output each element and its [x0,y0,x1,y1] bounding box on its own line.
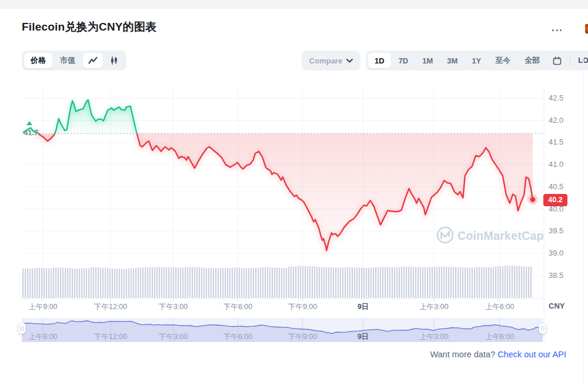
svg-text:CoinMarketCap: CoinMarketCap [457,229,544,242]
minimap-tick-label: 下午6:00 [212,332,265,342]
x-tick-label: 下午12:00 [84,302,137,312]
clipped-edge-icon [585,24,588,33]
open-price-label: 41.7 [24,128,38,137]
minimap-tick-label: 上午3:00 [407,332,460,342]
y-tick-label: 38.5 [549,271,574,280]
panel-right-border [583,52,584,382]
y-tick-label: 40.5 [549,182,574,191]
minimap-tick-label: 9日 [337,332,390,342]
api-link[interactable]: Check out our API [497,350,566,359]
open-price-marker: 41.7 [24,121,38,137]
x-tick-label: 9日 [337,302,390,312]
minimap-tick-label: 下午3:00 [147,332,200,342]
y-tick-label: 41.0 [549,160,574,169]
up-triangle-icon [26,121,32,125]
minimap-tick-label: 下午12:00 [84,332,137,342]
x-tick-label: 下午6:00 [212,302,265,312]
currency-axis-label: CNY [549,301,564,310]
chart-page: Filecoin兑换为CNY的图表 价格 市值 Compare [0,0,588,382]
current-price-badge: 40.2 [543,194,567,206]
volume-bars [22,266,532,298]
price-chart-canvas[interactable]: CoinMarketCap [0,0,588,382]
brush-handle-right[interactable] [539,323,547,334]
y-tick-label: 39.5 [549,226,574,235]
x-tick-label: 上午9:00 [16,302,69,312]
minimap-tick-label: 下午9:00 [276,332,329,342]
x-tick-label: 下午9:00 [276,302,329,312]
minimap-tick-label: 上午6:00 [473,332,526,342]
y-tick-label: 41.5 [549,138,574,146]
y-tick-label: 39.0 [549,249,574,257]
y-tick-label: 42.5 [549,93,574,102]
coinmarketcap-watermark: CoinMarketCap [437,227,544,243]
y-tick-label: 42.0 [549,116,574,125]
footer-prompt: Want more data? [430,350,497,359]
footer-api-promo: Want more data? Check out our API [430,350,566,359]
last-point-dot [530,197,536,202]
x-tick-label: 上午6:00 [473,302,526,312]
coinmarketcap-logo-icon [442,232,449,239]
x-tick-label: 上午3:00 [407,302,460,312]
x-tick-label: 下午3:00 [147,302,200,312]
minimap-tick-label: 上午9:00 [16,332,69,342]
